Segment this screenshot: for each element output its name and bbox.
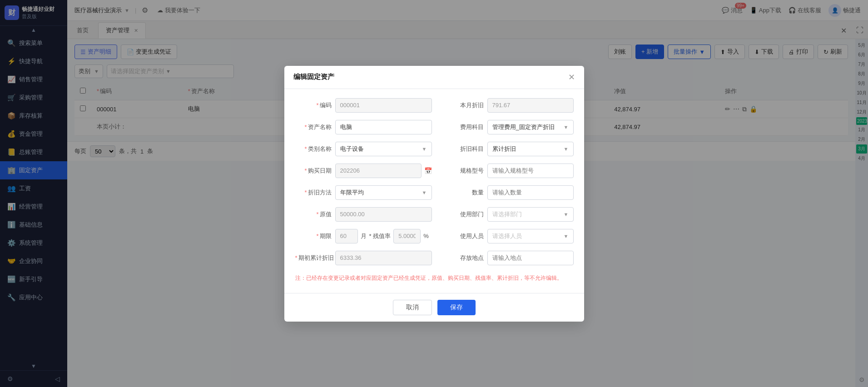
user-placeholder: 请选择人员: [492, 232, 522, 240]
quantity-label: 数量: [443, 189, 484, 197]
save-button[interactable]: 保存: [437, 300, 476, 315]
expense-subject-chevron: ▼: [564, 124, 569, 130]
form-row-department: 使用部门 请选择部门 ▼: [443, 207, 574, 222]
expense-subject-value: 管理费用_固定资产折旧: [492, 123, 555, 131]
monthly-dep-input: [487, 98, 574, 113]
form-row-name: *资产名称: [295, 120, 432, 134]
spec-label: 规格型号: [443, 167, 484, 175]
name-label: *资产名称: [295, 123, 332, 131]
dep-method-label: *折旧方法: [295, 189, 332, 197]
initial-dep-label: *期初累计折旧: [295, 254, 332, 262]
calendar-icon[interactable]: 📅: [424, 167, 432, 174]
form-note: 注：已经存在变更记录或者对应固定资产已经生成凭证，原值、购买日期、残值率、累计折…: [295, 273, 574, 284]
dep-subject-label: 折旧科目: [443, 145, 484, 153]
purchase-date-label: *购买日期: [295, 167, 332, 175]
user-label: 使用人员: [443, 232, 484, 240]
dep-method-select[interactable]: 年限平均 ▼: [335, 185, 432, 200]
residual-rate-input[interactable]: [393, 229, 421, 243]
modal-footer: 取消 保存: [284, 293, 584, 322]
form-row-original-value: *原值: [295, 207, 432, 222]
form-row-code: *编码: [295, 98, 432, 113]
initial-dep-input[interactable]: [335, 251, 432, 265]
department-chevron: ▼: [564, 212, 569, 217]
category-label: *类别名称: [295, 145, 332, 153]
code-input[interactable]: [335, 98, 432, 113]
form-row-dep-subject: 折旧科目 累计折旧 ▼: [443, 142, 574, 156]
original-value-input[interactable]: [335, 207, 432, 222]
residual-rate-unit: %: [423, 233, 429, 239]
cancel-button[interactable]: 取消: [393, 300, 432, 315]
period-unit: 月: [361, 232, 367, 240]
category-value: 电子设备: [340, 145, 364, 153]
dep-method-value: 年限平均: [340, 189, 364, 197]
purchase-date-input[interactable]: [335, 164, 422, 178]
modal-header: 编辑固定资产 ✕: [284, 66, 584, 89]
form-row-initial-dep: *期初累计折旧: [295, 251, 432, 265]
modal-body: *编码 本月折旧 *资产名称 费用科目 管理费用_固定资产折旧: [284, 89, 584, 293]
department-label: 使用部门: [443, 210, 484, 218]
category-select[interactable]: 电子设备 ▼: [335, 142, 432, 156]
expense-subject-select[interactable]: 管理费用_固定资产折旧 ▼: [487, 120, 574, 134]
expense-subject-label: 费用科目: [443, 123, 484, 131]
dep-method-chevron: ▼: [422, 190, 427, 195]
edit-asset-modal: 编辑固定资产 ✕ *编码 本月折旧 *资产名称: [284, 66, 584, 322]
form-row-quantity: 数量: [443, 185, 574, 200]
location-label: 存放地点: [443, 254, 484, 262]
form-row-dep-method: *折旧方法 年限平均 ▼: [295, 185, 432, 200]
name-input[interactable]: [335, 120, 432, 134]
form-row-spec: 规格型号: [443, 164, 574, 178]
location-input[interactable]: [487, 251, 574, 265]
residual-rate-label: * 残值率: [369, 232, 391, 240]
code-label: *编码: [295, 101, 332, 109]
user-chevron: ▼: [564, 233, 569, 239]
form-row-period: *期限 月 * 残值率 %: [295, 229, 432, 243]
dep-subject-select[interactable]: 累计折旧 ▼: [487, 142, 574, 156]
period-input[interactable]: [335, 229, 358, 243]
department-placeholder: 请选择部门: [492, 210, 522, 218]
form-row-category: *类别名称 电子设备 ▼: [295, 142, 432, 156]
form-row-monthly-dep: 本月折旧: [443, 98, 574, 113]
category-chevron: ▼: [422, 146, 427, 152]
spec-input[interactable]: [487, 164, 574, 178]
modal-close-btn[interactable]: ✕: [568, 72, 575, 82]
modal-overlay: 编辑固定资产 ✕ *编码 本月折旧 *资产名称: [0, 0, 868, 387]
form-row-location: 存放地点: [443, 251, 574, 265]
form-grid: *编码 本月折旧 *资产名称 费用科目 管理费用_固定资产折旧: [295, 98, 573, 284]
form-row-purchase-date: *购买日期 📅: [295, 164, 432, 178]
modal-title: 编辑固定资产: [293, 73, 334, 81]
dep-subject-value: 累计折旧: [492, 145, 516, 153]
quantity-input[interactable]: [487, 185, 574, 200]
monthly-dep-label: 本月折旧: [443, 101, 484, 109]
dep-subject-chevron: ▼: [564, 146, 569, 152]
department-select[interactable]: 请选择部门 ▼: [487, 207, 574, 222]
original-value-label: *原值: [295, 210, 332, 218]
period-label: *期限: [295, 232, 332, 240]
form-row-expense-subject: 费用科目 管理费用_固定资产折旧 ▼: [443, 120, 574, 134]
user-select[interactable]: 请选择人员 ▼: [487, 229, 574, 243]
form-row-user: 使用人员 请选择人员 ▼: [443, 229, 574, 243]
